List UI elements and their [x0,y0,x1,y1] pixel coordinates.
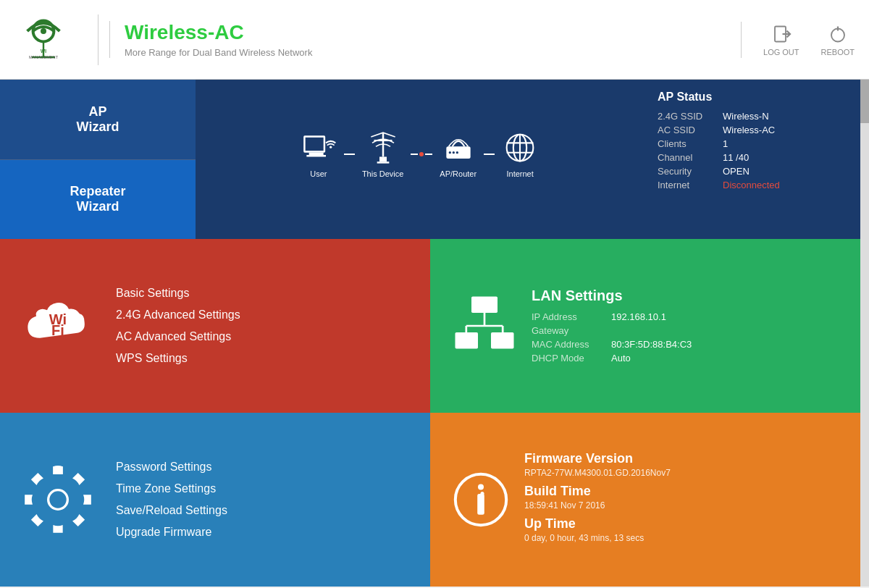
wps-settings-link[interactable]: WPS Settings [116,352,240,365]
ap-status-title: AP Status [658,91,846,104]
connector-1 [344,154,355,155]
header-divider-right [741,22,742,58]
upgrade-firmware-link[interactable]: Upgrade Firmware [116,526,227,539]
status-table: 2.4G SSID Wireless-N AC SSID Wireless-AC… [658,109,846,192]
status-label: 2.4G SSID [658,111,715,122]
firmware-details: Firmware Version RPTA2-77W.M4300.01.GD.2… [524,451,671,549]
bottom-section: Password Settings Time Zone Settings Sav… [0,413,860,587]
svg-point-20 [448,151,450,154]
main-content: APWizard RepeaterWizard [0,80,869,587]
status-value: Wireless-AC [723,125,775,135]
lan-label: IP Address [532,311,604,322]
repeater-wizard-button[interactable]: RepeaterWizard [0,160,196,240]
ap-router-label: AP/Router [440,169,477,178]
svg-rect-32 [491,332,514,349]
build-time-value: 18:59:41 Nov 7 2016 [524,500,671,511]
system-settings-list: Password Settings Time Zone Settings Sav… [116,461,227,539]
lan-table: IP Address 192.168.10.1 Gateway MAC Addr… [532,310,692,365]
content-area: APWizard RepeaterWizard [0,80,860,587]
uptime-title: Up Time [524,516,671,532]
lan-value: 192.168.10.1 [611,311,666,322]
gear-icon-big [22,463,94,536]
wifi-settings-list: Basic Settings 2.4G Advanced Settings AC… [116,287,240,365]
user-node: User [301,130,337,178]
wifi-management-logo: WI MANAGEMENT [14,18,72,62]
lan-row: DHCP Mode Auto [532,351,692,365]
ap-status-panel: AP Status 2.4G SSID Wireless-N AC SSID W… [643,80,860,239]
lan-info: LAN Settings IP Address 192.168.10.1 Gat… [532,287,692,365]
svg-text:MANAGEMENT: MANAGEMENT [29,55,59,59]
lan-title: LAN Settings [532,287,692,304]
status-label: Internet [658,180,715,190]
svg-rect-17 [379,157,387,162]
svg-point-14 [329,146,332,148]
svg-text:i: i [477,487,484,516]
status-row: AC SSID Wireless-AC [658,123,846,137]
svg-point-22 [456,151,458,154]
svg-rect-12 [309,153,324,155]
top-section: APWizard RepeaterWizard [0,80,860,239]
timezone-settings-link[interactable]: Time Zone Settings [116,482,227,495]
svg-point-38 [49,491,66,508]
basic-settings-link[interactable]: Basic Settings [116,287,240,300]
logout-button[interactable]: LOG OUT [763,23,799,56]
status-label: Security [658,166,715,177]
header: WI MANAGEMENT Wireless-AC More Range for… [0,0,869,80]
firmware-version-value: RPTA2-77W.M4300.01.GD.2016Nov7 [524,468,671,478]
system-settings-panel: Password Settings Time Zone Settings Sav… [0,413,430,587]
lan-value: Auto [611,353,631,364]
24g-settings-link[interactable]: 2.4G Advanced Settings [116,308,240,322]
lan-row: Gateway [532,324,692,337]
ac-settings-link[interactable]: AC Advanced Settings [116,330,240,343]
svg-rect-18 [377,161,389,164]
wifi-icon-big: Wi Fi [22,290,94,362]
brand-area: Wireless-AC More Range for Dual Band Wir… [109,21,719,58]
reboot-label: REBOOT [821,48,855,56]
status-row: 2.4G SSID Wireless-N [658,109,846,123]
wifi-settings-panel: Wi Fi Basic Settings 2.4G Advanced Setti… [0,239,430,413]
reboot-button[interactable]: REBOOT [821,23,855,56]
lan-value: 80:3F:5D:88:B4:C3 [611,339,692,350]
firmware-version-title: Firmware Version [524,451,671,466]
ap-wizard-label: APWizard [77,104,119,135]
status-row: Clients 1 [658,137,846,151]
status-row: Security OPEN [658,164,846,178]
this-device-node: This Device [362,130,403,178]
header-actions: LOG OUT REBOOT [763,23,855,56]
info-icon-big: i [452,471,510,529]
lan-label: MAC Address [532,339,604,350]
lan-row: MAC Address 80:3F:5D:88:B4:C3 [532,337,692,351]
svg-text:WI: WI [41,49,46,54]
status-label: Clients [658,138,715,149]
internet-status-value: Disconnected [723,180,780,190]
svg-text:Fi: Fi [51,322,64,338]
internet-label: Internet [506,169,533,178]
save-reload-settings-link[interactable]: Save/Reload Settings [116,504,227,517]
lan-row: IP Address 192.168.10.1 [532,310,692,324]
lan-label: Gateway [532,325,604,336]
network-diagram: User [196,80,643,239]
user-label: User [310,169,327,178]
svg-point-21 [452,151,454,154]
status-value: Wireless-N [723,111,769,122]
password-settings-link[interactable]: Password Settings [116,461,227,474]
connector-2 [411,152,432,156]
ap-router-node: AP/Router [440,130,477,178]
svg-rect-11 [306,138,324,151]
brand-name: Wireless-AC [125,21,719,44]
lan-settings-panel: LAN Settings IP Address 192.168.10.1 Gat… [430,239,860,413]
internet-node: Internet [502,130,538,178]
logout-label: LOG OUT [763,48,799,56]
lan-label: DHCP Mode [532,353,604,364]
repeater-wizard-label: RepeaterWizard [70,184,125,214]
diagram-icons: User [301,130,538,178]
scrollbar-thumb[interactable] [860,80,869,123]
ap-wizard-button[interactable]: APWizard [0,80,196,159]
status-label: Channel [658,152,715,163]
logo-area: WI MANAGEMENT [14,18,72,62]
svg-point-1 [41,28,46,34]
status-value: OPEN [723,166,750,177]
scrollbar-track[interactable] [860,80,869,587]
svg-rect-30 [471,297,498,314]
status-row: Channel 11 /40 [658,151,846,164]
